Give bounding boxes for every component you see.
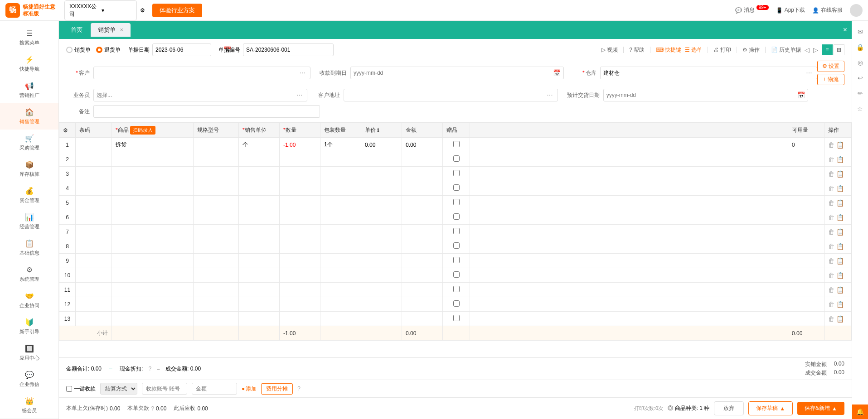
row-barcode[interactable]: [76, 254, 112, 268]
row-unit[interactable]: [239, 297, 280, 312]
right-tool-message[interactable]: ✉: [853, 24, 868, 39]
delete-icon[interactable]: 🗑: [828, 243, 834, 250]
message-item[interactable]: 💬 消息 99+: [735, 6, 769, 14]
action-help[interactable]: ? 帮助: [629, 46, 645, 54]
row-price[interactable]: [361, 196, 402, 210]
delete-icon[interactable]: 🗑: [828, 156, 834, 163]
copy-icon[interactable]: 📋: [836, 272, 844, 279]
row-barcode[interactable]: [76, 283, 112, 297]
online-service-item[interactable]: 👤 在线客服: [812, 6, 843, 14]
action-history[interactable]: 📄 历史单据: [771, 46, 801, 54]
salesperson-dots[interactable]: ···: [295, 91, 304, 99]
row-price[interactable]: [361, 283, 402, 297]
row-spec[interactable]: [194, 297, 239, 312]
fee-button[interactable]: 费用分摊: [261, 383, 293, 395]
row-qty[interactable]: [280, 196, 320, 210]
delete-icon[interactable]: 🗑: [828, 185, 834, 192]
row-product[interactable]: [112, 297, 194, 312]
row-barcode[interactable]: [76, 138, 112, 152]
action-ops[interactable]: ⚙ 操作: [742, 46, 760, 54]
row-unit[interactable]: [239, 181, 280, 196]
row-amount[interactable]: [402, 297, 443, 312]
row-product[interactable]: [112, 210, 194, 225]
row-spec[interactable]: [194, 254, 239, 268]
row-pack-qty[interactable]: [320, 297, 361, 312]
row-qty[interactable]: [280, 167, 320, 181]
row-remark[interactable]: [470, 254, 788, 268]
app-download-item[interactable]: 📱 App下载: [776, 6, 805, 14]
one-click-payment-label[interactable]: 一键收款: [66, 385, 96, 393]
row-product[interactable]: [112, 167, 194, 181]
customer-input[interactable]: [97, 70, 298, 76]
prev-arrow[interactable]: ◁: [805, 46, 810, 53]
sidebar-item-collab[interactable]: 🤝 企业协同: [0, 287, 58, 313]
row-amount[interactable]: [402, 312, 443, 326]
copy-icon[interactable]: 📋: [836, 141, 844, 149]
payment-date-input[interactable]: [354, 70, 553, 76]
row-price[interactable]: [361, 239, 402, 254]
delete-icon[interactable]: 🗑: [828, 228, 834, 236]
copy-icon[interactable]: 📋: [836, 301, 844, 308]
row-gift[interactable]: [443, 196, 470, 210]
row-gift[interactable]: [443, 210, 470, 225]
copy-icon[interactable]: 📋: [836, 199, 844, 207]
row-remark[interactable]: [470, 196, 788, 210]
row-qty[interactable]: [280, 312, 320, 326]
row-product[interactable]: [112, 225, 194, 239]
delete-icon[interactable]: 🗑: [828, 141, 834, 149]
row-unit[interactable]: [239, 196, 280, 210]
row-remark[interactable]: [470, 181, 788, 196]
row-amount[interactable]: [402, 268, 443, 283]
row-product[interactable]: [112, 138, 194, 152]
row-pack-qty[interactable]: [320, 152, 361, 167]
payment-amount-input[interactable]: [192, 383, 237, 395]
row-remark[interactable]: [470, 210, 788, 225]
sidebar-item-marketing[interactable]: 📢 营销推广: [0, 77, 58, 103]
row-gift[interactable]: [443, 239, 470, 254]
row-unit[interactable]: [239, 138, 280, 152]
row-gift[interactable]: [443, 225, 470, 239]
expected-date-calendar[interactable]: 📅: [797, 92, 805, 99]
add-payment-button[interactable]: ● 添加: [242, 385, 257, 393]
total-owe-help[interactable]: ?: [151, 405, 154, 412]
row-price[interactable]: [361, 312, 402, 326]
delete-icon[interactable]: 🗑: [828, 199, 834, 207]
right-tool-star[interactable]: ☆: [853, 101, 868, 116]
row-amount[interactable]: [402, 152, 443, 167]
row-pack-qty[interactable]: [320, 181, 361, 196]
action-print[interactable]: 🖨 打印: [713, 46, 731, 54]
row-remark[interactable]: [470, 225, 788, 239]
row-spec[interactable]: [194, 210, 239, 225]
row-remark[interactable]: [470, 138, 788, 152]
right-tool-lock[interactable]: 🔒: [853, 40, 868, 54]
row-remark[interactable]: [470, 167, 788, 181]
row-product[interactable]: [112, 254, 194, 268]
row-remark[interactable]: [470, 268, 788, 283]
row-unit[interactable]: [239, 210, 280, 225]
row-gift[interactable]: [443, 268, 470, 283]
sidebar-item-wechat[interactable]: 💬 企业微信: [0, 366, 58, 392]
row-qty[interactable]: [280, 268, 320, 283]
row-gift[interactable]: [443, 283, 470, 297]
row-price[interactable]: [361, 138, 402, 152]
row-pack-qty[interactable]: [320, 167, 361, 181]
row-qty[interactable]: [280, 138, 320, 152]
warehouse-dots[interactable]: ···: [804, 69, 814, 77]
customer-dots[interactable]: ···: [298, 69, 307, 77]
row-price[interactable]: [361, 210, 402, 225]
row-spec[interactable]: [194, 225, 239, 239]
row-spec[interactable]: [194, 181, 239, 196]
right-tool-edit[interactable]: ✏: [853, 86, 868, 101]
row-unit[interactable]: [239, 312, 280, 326]
row-spec[interactable]: [194, 312, 239, 326]
row-remark[interactable]: [470, 297, 788, 312]
row-amount[interactable]: [402, 283, 443, 297]
row-barcode[interactable]: [76, 210, 112, 225]
settings-button[interactable]: ⚙ 设置: [817, 61, 844, 72]
sidebar-item-search[interactable]: ☰ 搜索菜单: [0, 24, 58, 51]
expected-date-input[interactable]: [606, 92, 797, 98]
row-amount[interactable]: [402, 239, 443, 254]
row-unit[interactable]: [239, 254, 280, 268]
row-price[interactable]: [361, 152, 402, 167]
row-price[interactable]: [361, 167, 402, 181]
